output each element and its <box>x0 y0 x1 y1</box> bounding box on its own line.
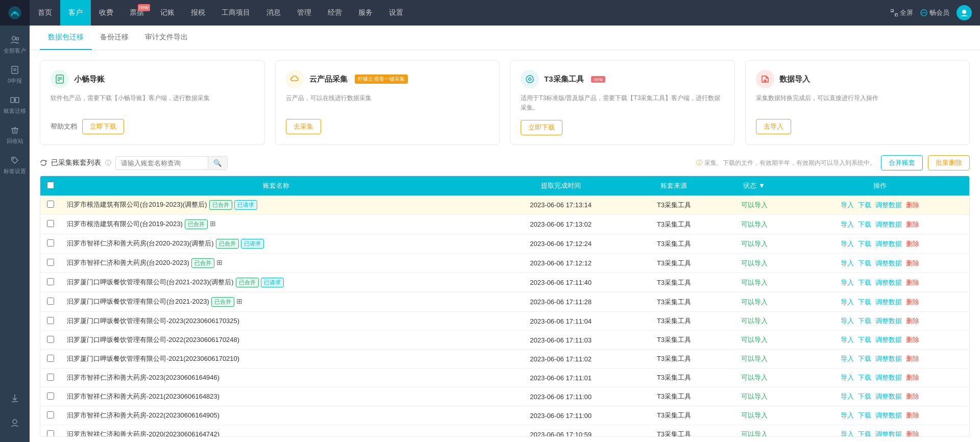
action-import-link[interactable]: 导入 <box>841 201 854 209</box>
action-download-link[interactable]: 下载 <box>858 259 871 267</box>
action-import-link[interactable]: 导入 <box>841 279 854 286</box>
sidebar-item-download[interactable] <box>10 388 20 408</box>
action-adjust-data-link[interactable]: 调整数据 <box>875 411 902 419</box>
row-checkbox[interactable] <box>47 374 54 381</box>
action-import-link[interactable]: 导入 <box>841 336 854 343</box>
download-now-btn[interactable]: 立即下载 <box>82 119 124 134</box>
go-import-btn[interactable]: 去导入 <box>756 119 791 134</box>
action-download-link[interactable]: 下载 <box>858 430 871 437</box>
action-delete-link[interactable]: 删除 <box>906 259 919 267</box>
action-delete-link[interactable]: 删除 <box>906 220 919 228</box>
help-doc-link[interactable]: 帮助文档 <box>51 122 77 131</box>
t3-download-btn[interactable]: 立即下载 <box>521 120 562 135</box>
row-checkbox[interactable] <box>47 336 54 343</box>
action-adjust-data-link[interactable]: 调整数据 <box>875 317 902 325</box>
app-logo[interactable] <box>0 0 30 26</box>
action-download-link[interactable]: 下载 <box>858 374 871 381</box>
action-delete-link[interactable]: 删除 <box>906 201 919 209</box>
nav-manage[interactable]: 管理 <box>289 0 320 26</box>
nav-message[interactable]: 消息 <box>258 0 289 26</box>
action-delete-link[interactable]: 删除 <box>906 336 919 343</box>
action-adjust-data-link[interactable]: 调整数据 <box>875 298 902 306</box>
action-adjust-data-link[interactable]: 调整数据 <box>875 392 902 400</box>
action-import-link[interactable]: 导入 <box>841 317 854 325</box>
row-checkbox[interactable] <box>47 239 54 247</box>
tab-data-migrate[interactable]: 数据包迁移 <box>40 26 92 50</box>
action-adjust-data-link[interactable]: 调整数据 <box>875 336 902 343</box>
row-checkbox[interactable] <box>47 201 54 208</box>
action-adjust-data-link[interactable]: 调整数据 <box>875 220 902 228</box>
action-adjust-data-link[interactable]: 调整数据 <box>875 259 902 267</box>
action-download-link[interactable]: 下载 <box>858 336 871 343</box>
sidebar-item-recycle[interactable]: 回收站 <box>0 120 30 150</box>
merge-account-btn[interactable]: 合并账套 <box>881 155 923 170</box>
nav-settings[interactable]: 设置 <box>381 0 411 26</box>
action-download-link[interactable]: 下载 <box>858 411 871 419</box>
nav-client[interactable]: 客户 <box>60 0 91 26</box>
row-checkbox[interactable] <box>47 278 54 285</box>
nav-bookkeeping[interactable]: 记账 <box>152 0 183 26</box>
action-delete-link[interactable]: 删除 <box>906 355 919 362</box>
action-import-link[interactable]: 导入 <box>841 374 854 381</box>
sidebar-item-zero-report[interactable]: 0申报 <box>0 60 30 90</box>
action-download-link[interactable]: 下载 <box>858 240 871 248</box>
action-import-link[interactable]: 导入 <box>841 240 854 248</box>
action-import-link[interactable]: 导入 <box>841 259 854 267</box>
action-delete-link[interactable]: 删除 <box>906 411 919 419</box>
sidebar-item-profile[interactable] <box>10 412 20 433</box>
copy-icon[interactable]: ⊞ <box>236 297 242 305</box>
list-help-icon[interactable]: ⓘ <box>105 159 111 167</box>
row-checkbox[interactable] <box>47 298 54 305</box>
row-checkbox[interactable] <box>47 355 54 362</box>
nav-tax[interactable]: 报税 <box>183 0 213 26</box>
action-adjust-data-link[interactable]: 调整数据 <box>875 355 902 362</box>
action-download-link[interactable]: 下载 <box>858 220 871 228</box>
nav-business[interactable]: 工商项目 <box>213 0 258 26</box>
action-adjust-data-link[interactable]: 调整数据 <box>875 374 902 381</box>
action-import-link[interactable]: 导入 <box>841 411 854 419</box>
action-adjust-data-link[interactable]: 调整数据 <box>875 279 902 286</box>
row-checkbox[interactable] <box>47 220 54 227</box>
action-delete-link[interactable]: 删除 <box>906 298 919 306</box>
fullscreen-btn[interactable]: 全屏 <box>891 8 913 17</box>
action-delete-link[interactable]: 删除 <box>906 317 919 325</box>
row-checkbox[interactable] <box>47 411 54 419</box>
action-download-link[interactable]: 下载 <box>858 392 871 400</box>
row-checkbox[interactable] <box>47 430 54 437</box>
sidebar-item-account-migrate[interactable]: 账套迁移 <box>0 90 30 120</box>
row-checkbox[interactable] <box>47 259 54 266</box>
select-all-checkbox[interactable] <box>47 182 54 189</box>
search-input[interactable] <box>116 157 208 169</box>
member-btn[interactable]: 畅会员 <box>920 8 949 17</box>
action-delete-link[interactable]: 删除 <box>906 392 919 400</box>
action-adjust-data-link[interactable]: 调整数据 <box>875 240 902 248</box>
nav-home[interactable]: 首页 <box>30 0 60 26</box>
go-collect-btn[interactable]: 去采集 <box>286 119 321 134</box>
action-import-link[interactable]: 导入 <box>841 392 854 400</box>
row-checkbox[interactable] <box>47 317 54 324</box>
sidebar-item-all-clients[interactable]: 全部客户 <box>0 30 30 60</box>
action-download-link[interactable]: 下载 <box>858 279 871 286</box>
nav-service[interactable]: 服务 <box>350 0 381 26</box>
tab-audit-export[interactable]: 审计文件导出 <box>137 26 196 50</box>
nav-operation[interactable]: 经营 <box>320 0 350 26</box>
action-adjust-data-link[interactable]: 调整数据 <box>875 430 902 437</box>
nav-fee[interactable]: 收费 <box>91 0 121 26</box>
action-import-link[interactable]: 导入 <box>841 298 854 306</box>
action-delete-link[interactable]: 删除 <box>906 279 919 286</box>
nav-invoice[interactable]: 票据new <box>121 0 152 26</box>
tab-backup-migrate[interactable]: 备份迁移 <box>92 26 137 50</box>
refresh-icon[interactable] <box>40 159 47 166</box>
action-import-link[interactable]: 导入 <box>841 430 854 437</box>
action-import-link[interactable]: 导入 <box>841 220 854 228</box>
action-download-link[interactable]: 下载 <box>858 355 871 362</box>
action-delete-link[interactable]: 删除 <box>906 240 919 248</box>
search-button[interactable]: 🔍 <box>208 157 227 169</box>
action-download-link[interactable]: 下载 <box>858 298 871 306</box>
action-delete-link[interactable]: 删除 <box>906 430 919 437</box>
action-download-link[interactable]: 下载 <box>858 201 871 209</box>
copy-icon[interactable]: ⊞ <box>216 258 223 266</box>
action-delete-link[interactable]: 删除 <box>906 374 919 381</box>
action-download-link[interactable]: 下载 <box>858 317 871 325</box>
batch-delete-btn[interactable]: 批量删除 <box>928 155 970 170</box>
